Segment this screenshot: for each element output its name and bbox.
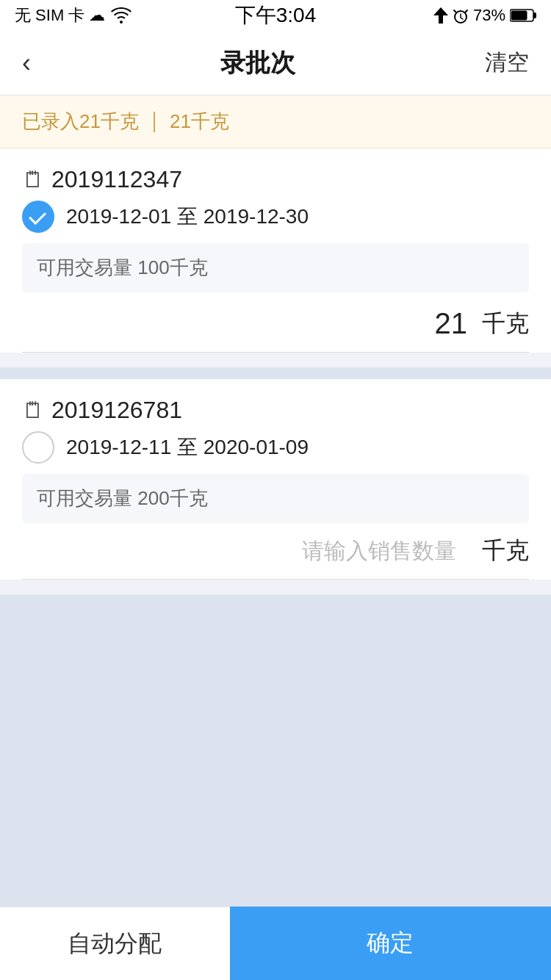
batch2-radio[interactable] xyxy=(22,431,54,464)
battery-icon xyxy=(510,9,536,22)
nav-bar: ‹ 录批次 清空 xyxy=(0,31,551,96)
batch2-quantity-input-row[interactable]: 千克 xyxy=(0,523,551,567)
batch2-date-row[interactable]: 2019-12-11 至 2020-01-09 xyxy=(22,431,529,464)
page-title: 录批次 xyxy=(220,46,295,80)
batch2-quantity-unit: 千克 xyxy=(482,535,529,567)
batch2-divider xyxy=(22,579,529,580)
location-icon xyxy=(433,7,448,24)
batch2-quantity-input[interactable] xyxy=(22,538,467,563)
svg-rect-3 xyxy=(511,11,527,21)
bottom-gray-area xyxy=(0,594,551,910)
status-left: 无 SIM 卡 ☁ xyxy=(15,4,132,26)
batch1-quantity-row: 21 千克 xyxy=(0,292,551,340)
batch1-date: 2019-12-01 至 2019-12-30 xyxy=(66,203,309,231)
summary-entered-label: 已录入21千克 xyxy=(22,109,139,134)
batch2-date: 2019-12-11 至 2020-01-09 xyxy=(66,433,309,461)
alarm-icon xyxy=(453,7,469,24)
back-button[interactable]: ‹ xyxy=(22,48,31,79)
no-sim-text: 无 SIM 卡 ☁ xyxy=(15,4,105,26)
batch2-id: 2019126781 xyxy=(51,397,182,424)
batch1-icon: 🗒 xyxy=(22,167,44,192)
batch1-date-row[interactable]: 2019-12-01 至 2019-12-30 xyxy=(22,201,529,233)
batch1-radio[interactable] xyxy=(22,201,54,233)
summary-divider xyxy=(154,112,155,132)
bottom-buttons: 自动分配 确定 xyxy=(0,907,551,980)
batch-card-1: 🗒 2019112347 2019-12-01 至 2019-12-30 可用交… xyxy=(0,148,551,353)
status-right: 73% xyxy=(433,6,536,25)
batch-card-2: 🗒 2019126781 2019-12-11 至 2020-01-09 可用交… xyxy=(0,379,551,580)
batch1-id-row: 🗒 2019112347 xyxy=(22,166,529,193)
status-time: 下午3:04 xyxy=(235,1,317,29)
summary-value: 21千克 xyxy=(170,109,229,134)
status-bar: 无 SIM 卡 ☁ 下午3:04 73% xyxy=(0,0,551,31)
battery-text: 73% xyxy=(473,6,505,25)
wifi-icon xyxy=(111,7,132,24)
summary-banner: 已录入21千克 21千克 xyxy=(0,96,551,148)
batch2-id-row: 🗒 2019126781 xyxy=(22,397,529,424)
svg-rect-2 xyxy=(533,12,536,18)
auto-distribute-button[interactable]: 自动分配 xyxy=(0,907,230,980)
batch2-available: 可用交易量 200千克 xyxy=(22,474,529,523)
clear-button[interactable]: 清空 xyxy=(485,48,529,78)
batch2-icon: 🗒 xyxy=(22,398,44,423)
section-divider xyxy=(0,367,551,379)
confirm-button[interactable]: 确定 xyxy=(230,907,552,980)
batch1-divider xyxy=(22,352,529,353)
batch1-available: 可用交易量 100千克 xyxy=(22,243,529,292)
batch1-id: 2019112347 xyxy=(51,166,182,193)
batch1-quantity-value: 21 xyxy=(435,307,468,340)
batch1-quantity-unit: 千克 xyxy=(482,308,529,340)
